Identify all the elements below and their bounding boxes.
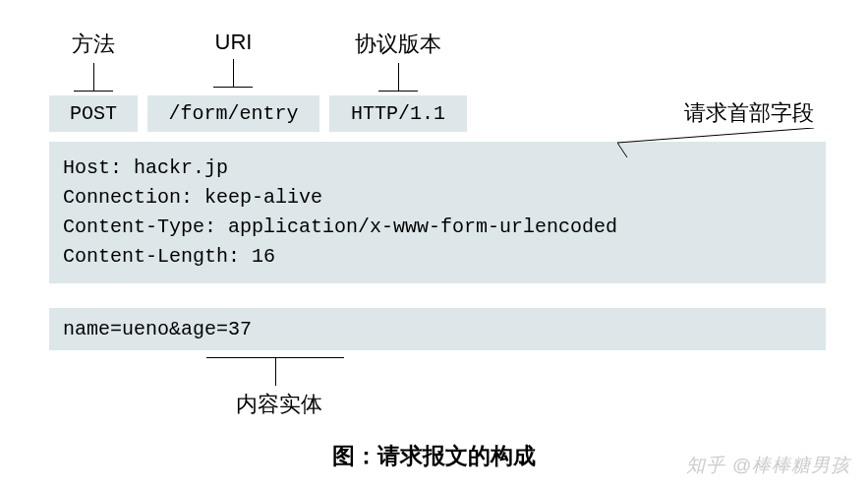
connector-protocol xyxy=(398,63,399,91)
label-body: 内容实体 xyxy=(236,390,819,419)
connector-uri xyxy=(233,59,234,87)
label-method: 方法 xyxy=(49,30,138,91)
request-protocol-box: HTTP/1.1 xyxy=(329,95,467,132)
connector-method xyxy=(93,63,94,91)
svg-line-1 xyxy=(617,143,627,157)
label-protocol: 协议版本 xyxy=(329,30,467,91)
label-uri-text: URI xyxy=(215,30,253,54)
request-headers-box: Host: hackr.jp Connection: keep-alive Co… xyxy=(49,142,826,283)
header-fields-pointer xyxy=(617,128,814,157)
request-body-box: name=ueno&age=37 xyxy=(49,308,826,350)
label-protocol-text: 协议版本 xyxy=(355,31,441,56)
top-labels-row: 方法 URI 协议版本 xyxy=(49,30,819,91)
label-header-fields: 请求首部字段 xyxy=(684,98,814,128)
request-method-box: POST xyxy=(49,95,138,132)
label-uri: URI xyxy=(147,30,319,91)
connector-body xyxy=(275,358,276,386)
svg-line-0 xyxy=(617,128,814,143)
diagram-container: 方法 URI 协议版本 请求首部字段 POST /form/entry HTTP… xyxy=(0,0,868,471)
request-uri-box: /form/entry xyxy=(147,95,319,132)
watermark-text: 知乎 @棒棒糖男孩 xyxy=(686,453,850,478)
label-method-text: 方法 xyxy=(72,31,115,56)
